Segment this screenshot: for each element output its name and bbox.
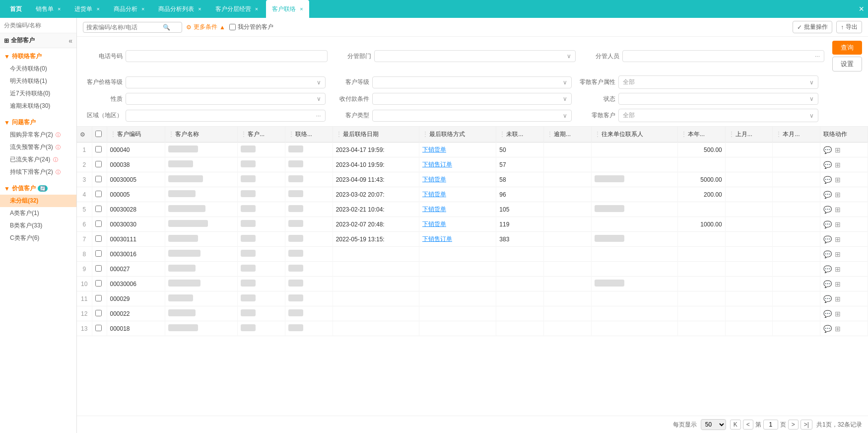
more-actions-icon[interactable]: ⊞ (835, 265, 841, 273)
sidebar-item-lost[interactable]: 已流失客户(24) ⓘ (0, 153, 76, 166)
reset-button[interactable]: 设置 (832, 57, 862, 72)
page-input[interactable] (763, 420, 778, 430)
more-actions-icon[interactable]: ⊞ (835, 191, 841, 199)
row-checkbox[interactable] (95, 325, 102, 331)
tab-goods-analysis[interactable]: 商品分析 × (108, 0, 150, 18)
contact-method-link[interactable]: 下销货单 (422, 146, 446, 153)
search-icon[interactable]: 🔍 (163, 24, 170, 31)
more-actions-icon[interactable]: ⊞ (835, 295, 841, 303)
contact-method-link[interactable]: 下销售订单 (422, 235, 452, 242)
my-customers-checkbox[interactable] (229, 24, 236, 30)
row-checkbox[interactable] (95, 310, 102, 316)
retail-attr-select[interactable]: 全部 ∨ (618, 75, 818, 89)
collapse-icon[interactable]: « (68, 37, 72, 45)
row-checkbox[interactable] (95, 250, 102, 257)
row-checkbox[interactable] (95, 235, 102, 242)
more-actions-icon[interactable]: ⊞ (835, 250, 841, 258)
select-all-checkbox[interactable] (95, 131, 102, 137)
message-icon[interactable]: 💬 (823, 310, 832, 318)
phone-input[interactable] (126, 50, 328, 62)
message-icon[interactable]: 💬 (823, 206, 832, 214)
table-settings-icon[interactable]: ⚙ (80, 131, 85, 138)
message-icon[interactable]: 💬 (823, 220, 832, 228)
sidebar-item-churn[interactable]: 流失预警客户(3) ⓘ (0, 141, 76, 153)
tab-sales[interactable]: 销售单 × (30, 0, 67, 18)
more-actions-icon[interactable]: ⊞ (835, 206, 841, 214)
row-checkbox[interactable] (95, 265, 102, 272)
message-icon[interactable]: 💬 (823, 325, 832, 333)
row-checkbox[interactable] (95, 220, 102, 227)
more-actions-icon[interactable]: ⊞ (835, 146, 841, 154)
contact-method-link[interactable]: 下销货单 (422, 220, 446, 227)
sidebar-item-overdue[interactable]: 逾期未联络(30) (0, 100, 76, 112)
more-actions-icon[interactable]: ⊞ (835, 176, 841, 184)
batch-operation-button[interactable]: ✓ 批量操作 (793, 21, 832, 33)
first-page-button[interactable]: K (730, 420, 741, 430)
prev-page-button[interactable]: < (743, 420, 753, 430)
value-group-title[interactable]: ▼ 价值客户 🔄 (0, 182, 76, 195)
row-checkbox[interactable] (95, 280, 102, 287)
contact-method-link[interactable]: 下销货单 (422, 206, 446, 213)
more-actions-icon[interactable]: ⊞ (835, 310, 841, 318)
row-checkbox[interactable] (95, 206, 102, 212)
row-checkbox[interactable] (95, 146, 102, 152)
tab-goods-list-close[interactable]: × (198, 6, 201, 12)
sidebar-item-class-c[interactable]: C类客户(6) (0, 232, 76, 244)
retail-customer-select[interactable]: 全部 ∨ (618, 109, 818, 122)
region-select[interactable]: ··· (126, 110, 326, 122)
all-customers-header[interactable]: ⊞ 全部客户 « (0, 33, 76, 48)
customer-type-select[interactable]: ∨ (372, 110, 572, 122)
message-icon[interactable]: 💬 (823, 295, 832, 303)
sidebar-item-today[interactable]: 今天待联络(0) (0, 63, 76, 75)
price-level-select[interactable]: ∨ (126, 76, 326, 88)
close-all-button[interactable]: × (859, 4, 864, 14)
contact-method-link[interactable]: 下销货单 (422, 176, 446, 183)
nature-select[interactable]: ∨ (126, 93, 326, 105)
tab-purchase-close[interactable]: × (96, 6, 99, 12)
tab-goods-analysis-close[interactable]: × (141, 6, 144, 12)
sidebar-item-week[interactable]: 近7天待联络(0) (0, 87, 76, 100)
message-icon[interactable]: 💬 (823, 280, 832, 288)
more-actions-icon[interactable]: ⊞ (835, 161, 841, 169)
contact-method-link[interactable]: 下销货单 (422, 191, 446, 198)
query-button[interactable]: 查询 (832, 41, 862, 55)
message-icon[interactable]: 💬 (823, 250, 832, 258)
message-icon[interactable]: 💬 (823, 161, 832, 169)
sidebar-item-class-a[interactable]: A类客户(1) (0, 207, 76, 219)
next-page-button[interactable]: > (788, 420, 799, 430)
per-page-select[interactable]: 50 100 200 (701, 419, 726, 430)
more-actions-icon[interactable]: ⊞ (835, 235, 841, 243)
sidebar-search-input[interactable] (4, 22, 77, 29)
more-conditions-button[interactable]: ⚙ 更多条件 ▲ (186, 23, 225, 31)
row-checkbox[interactable] (95, 295, 102, 301)
row-checkbox[interactable] (95, 176, 102, 182)
message-icon[interactable]: 💬 (823, 265, 832, 273)
row-checkbox[interactable] (95, 161, 102, 167)
dept-select[interactable]: ∨ (374, 50, 576, 62)
sidebar-item-ungrouped[interactable]: 未分组(32) (0, 195, 76, 207)
tab-purchase[interactable]: 进货单 × (68, 0, 105, 18)
payment-select[interactable]: ∨ (372, 93, 572, 105)
tab-customer-contact[interactable]: 客户联络 × (266, 0, 309, 18)
more-actions-icon[interactable]: ⊞ (835, 280, 841, 288)
message-icon[interactable]: 💬 (823, 235, 832, 243)
search-input[interactable] (86, 24, 161, 31)
sidebar-item-tomorrow[interactable]: 明天待联络(1) (0, 75, 76, 87)
contact-method-link[interactable]: 下销售订单 (422, 161, 452, 168)
customer-level-select[interactable]: ∨ (372, 76, 572, 88)
tab-customer-tier[interactable]: 客户分层经营 × (209, 0, 264, 18)
sidebar-item-class-b[interactable]: B类客户(33) (0, 219, 76, 232)
export-button[interactable]: ↑ 导出 (836, 21, 862, 33)
manager-select[interactable]: ··· (622, 50, 824, 62)
problem-group-title[interactable]: ▼ 问题客户 (0, 116, 76, 129)
sidebar-item-hoard[interactable]: 囤购异常客户(2) ⓘ (0, 129, 76, 141)
sidebar-item-decline[interactable]: 持续下滑客户(2) ⓘ (0, 166, 76, 178)
pending-group-title[interactable]: ▼ 待联络客户 (0, 50, 76, 63)
tab-goods-list[interactable]: 商品分析列表 × (152, 0, 207, 18)
last-page-button[interactable]: >| (801, 420, 812, 430)
tab-customer-tier-close[interactable]: × (255, 6, 258, 12)
more-actions-icon[interactable]: ⊞ (835, 325, 841, 333)
more-actions-icon[interactable]: ⊞ (835, 220, 841, 228)
tab-customer-contact-close[interactable]: × (300, 6, 303, 12)
tab-sales-close[interactable]: × (58, 6, 61, 12)
